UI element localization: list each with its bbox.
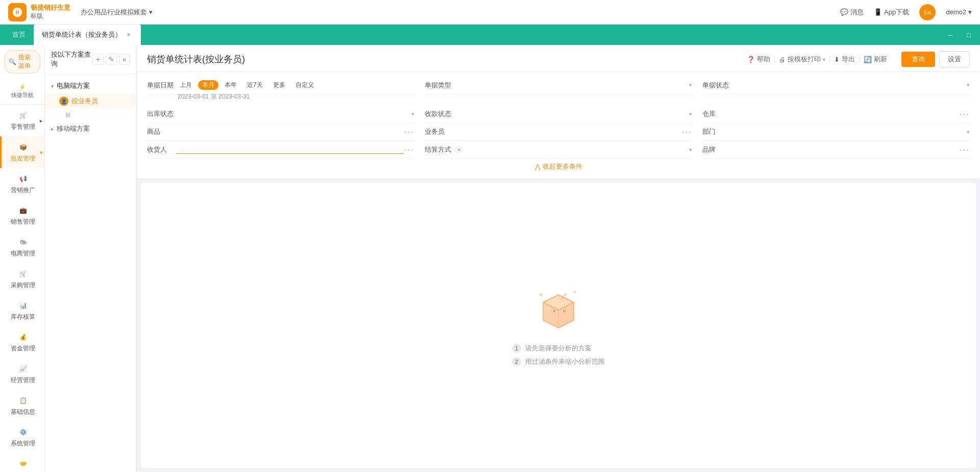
content-divider [137, 178, 980, 179]
sidebar-item-purchase[interactable]: 🛒 采购管理 [0, 263, 44, 295]
app-selector[interactable]: 办公用品行业模拟账套 ▾ [77, 6, 157, 19]
filter-row-2: 出库状态 ▾ 收款状态 ▾ 仓库 [147, 105, 970, 123]
retail-icon: 🛒 [17, 110, 29, 121]
collapse-filters-btn[interactable]: ⋀ 收起更多条件 [147, 159, 970, 174]
date-btn-this-month[interactable]: 本月 [198, 80, 218, 90]
sidebar-item-basic-label: 基础信息 [11, 408, 35, 416]
sidebar-quick-nav: ⚡ 快捷导航 [0, 79, 44, 105]
sidebar-item-marketing[interactable]: 📢 营销推广 [0, 168, 44, 200]
sidebar-item-system-label: 系统管理 [11, 439, 35, 448]
filter-cell-goods: 商品 ··· [147, 123, 414, 141]
main-panel: 销货单统计表(按业务员) ❓ 帮助 🖨 按模板打印 ▾ ⬇ [137, 45, 980, 472]
filter-cell-doctype: 单据类型 ▾ [425, 76, 692, 95]
purchase-icon: 🛒 [17, 268, 29, 279]
sidebar-item-finance[interactable]: 💰 资金管理 [0, 326, 44, 358]
tabbar: 首页 销货单统计表（按业务员） × ─ □ [0, 25, 980, 45]
tip-text-1: 请先选择要分析的方案 [525, 344, 592, 353]
goods-dots[interactable]: ··· [404, 127, 414, 136]
operation-icon: 📈 [17, 363, 29, 374]
print-dropdown-arrow: ▾ [823, 57, 825, 62]
filter-cell-brand: 品牌 ··· [702, 141, 970, 159]
settings-btn[interactable]: 设置 [939, 51, 970, 67]
date-btn-custom[interactable]: 自定义 [291, 80, 318, 90]
salesperson-dots[interactable]: ··· [681, 127, 692, 136]
warehouse-dots[interactable]: ··· [959, 109, 970, 119]
user-name-btn[interactable]: demo2 ▾ [946, 8, 972, 16]
action-divider-2 [829, 56, 830, 63]
department-control[interactable]: ▾ [731, 129, 970, 135]
sidebar-item-operation[interactable]: 📈 经营管理 [0, 358, 44, 390]
sidebar-item-wholesale[interactable]: 📦 批发管理 ▾ [0, 136, 44, 168]
main-layout: 🔍 搜索菜单 ⚡ 快捷导航 🛒 零售管理 ▸ 📦 批发管理 ▾ 📢 [0, 45, 980, 472]
paymentstatus-arrow: ▾ [689, 111, 692, 117]
tab-home[interactable]: 首页 [4, 25, 34, 45]
sidebar-search-btn[interactable]: 🔍 搜索菜单 [4, 50, 40, 74]
scheme-desktop-group: ▾ 电脑端方案 👤 按业务员 ⊞ [45, 78, 136, 121]
help-btn[interactable]: ❓ 帮助 [747, 55, 770, 64]
maximize-icon: □ [967, 31, 971, 39]
department-arrow: ▾ [967, 129, 970, 135]
sidebar-item-sales[interactable]: 💼 销售管理 [0, 200, 44, 231]
scheme-mobile-group-header[interactable]: ▸ 移动端方案 [45, 121, 136, 136]
date-btn-7days[interactable]: 近7天 [243, 80, 267, 90]
settlement-control: × ▾ [453, 146, 692, 153]
date-control: 上月 本月 本年 近7天 更多 自定义 [176, 80, 414, 90]
scheme-edit-btn[interactable]: ✎ [106, 54, 117, 65]
refresh-btn[interactable]: 🔄 刷新 [864, 55, 887, 64]
sidebar-item-quick[interactable]: ⚡ 快捷导航 [0, 81, 44, 102]
sidebar-item-ecommerce[interactable]: 🛍 电商管理 [0, 231, 44, 263]
user-avatar[interactable]: Ea [919, 4, 936, 20]
collapse-label: 收起更多条件 [543, 162, 582, 171]
sidebar-item-system[interactable]: ⚙️ 系统管理 [0, 421, 44, 453]
sidebar-item-inventory[interactable]: 📊 库存核算 [0, 295, 44, 326]
date-btn-this-year[interactable]: 本年 [220, 80, 241, 90]
filter-cell-warehouse: 仓库 ··· [702, 105, 970, 123]
scheme-add-btn[interactable]: + [92, 54, 104, 65]
salesperson-control[interactable]: ··· [453, 127, 692, 136]
message-btn[interactable]: 💬 消息 [840, 8, 864, 17]
date-btn-last-month[interactable]: 上月 [176, 80, 196, 90]
goods-label: 商品 [147, 127, 176, 136]
app-selector-label: 办公用品行业模拟账套 [81, 8, 147, 17]
docstatus-control[interactable]: ▾ [731, 82, 970, 88]
query-btn[interactable]: 查询 [901, 52, 935, 67]
tab-maximize-btn[interactable]: □ [962, 28, 976, 42]
user-name: demo2 [946, 8, 966, 16]
export-btn[interactable]: ⬇ 导出 [834, 55, 855, 64]
empty-illustration: ✦ ✦ [533, 285, 584, 336]
print-btn[interactable]: 🖨 按模板打印 ▾ [779, 55, 825, 64]
scheme-collapse-btn[interactable]: « [119, 54, 130, 65]
scheme-item-salesperson[interactable]: 👤 按业务员 [45, 93, 136, 109]
desktop-group-label: 电脑端方案 [57, 81, 90, 90]
scheme-sub-item-order[interactable]: ⊞ [45, 109, 136, 121]
doctype-control[interactable]: ▾ [453, 82, 692, 88]
tabbar-right: ─ □ [943, 28, 980, 42]
page-title: 销货单统计表(按业务员) [147, 53, 245, 65]
sidebar-item-retail[interactable]: 🛒 零售管理 ▸ [0, 105, 44, 136]
filter-cell-date: 单据日期 上月 本月 本年 近7天 更多 自定义 [147, 76, 414, 95]
receiver-input[interactable] [176, 146, 404, 154]
warehouse-control[interactable]: ··· [731, 109, 970, 119]
tab-sales-stat[interactable]: 销货单统计表（按业务员） × [34, 25, 141, 45]
brand-control[interactable]: ··· [731, 145, 970, 154]
tab-minimize-btn[interactable]: ─ [943, 28, 958, 42]
date-btn-more[interactable]: 更多 [269, 80, 289, 90]
goods-control[interactable]: ··· [176, 127, 414, 136]
receiver-dots[interactable]: ··· [404, 145, 414, 154]
outstatus-control[interactable]: ▾ [176, 111, 414, 117]
paymentstatus-label: 收款状态 [425, 109, 453, 119]
warehouse-label: 仓库 [702, 109, 731, 119]
paymentstatus-control[interactable]: ▾ [453, 111, 692, 117]
tab-close-btn[interactable]: × [125, 31, 133, 39]
sidebar-item-finance-label: 资金管理 [11, 344, 35, 353]
sidebar-item-basic[interactable]: 📋 基础信息 [0, 390, 44, 421]
settlement-tag-close[interactable]: × [457, 147, 460, 153]
settlement-label: 结算方式 [425, 145, 453, 154]
docstatus-arrow: ▾ [967, 82, 970, 88]
brand-dots[interactable]: ··· [959, 145, 970, 154]
docstatus-label: 单据状态 [702, 81, 731, 90]
app-download-btn[interactable]: 📱 App下载 [874, 8, 909, 17]
receiver-control[interactable]: ··· [176, 145, 414, 154]
sidebar-item-enterprise[interactable]: 🤝 企业协同 [0, 453, 44, 472]
scheme-desktop-group-header[interactable]: ▾ 电脑端方案 [45, 78, 136, 93]
